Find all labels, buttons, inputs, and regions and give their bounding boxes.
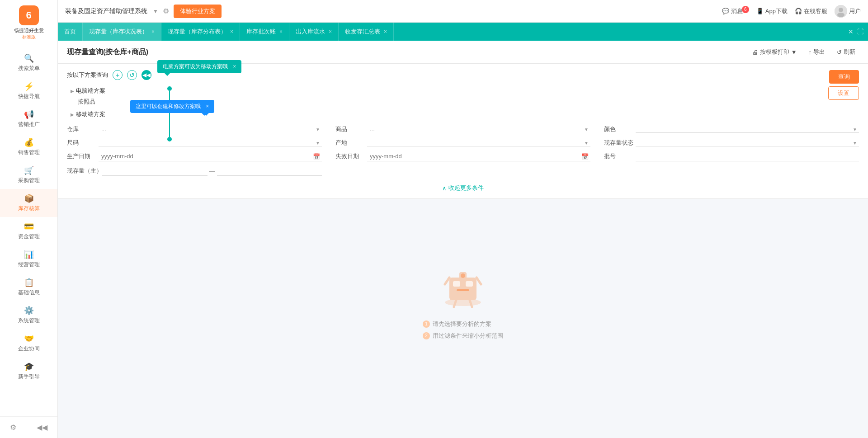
settings-bottom-btn[interactable]: ⚙ xyxy=(6,421,20,433)
topbar-left: 装备及固定资产辅助管理系统 ▼ ⚙ 体验行业方案 xyxy=(65,5,222,18)
message-label: 消息 xyxy=(731,7,743,15)
back-btn[interactable]: ◀◀ xyxy=(142,70,151,80)
stock-status-select-wrapper: ▼ xyxy=(636,139,859,146)
batch-field: 批号 xyxy=(604,151,859,161)
topbar-right: 💬 消息 6 📱 App下载 🎧 在线客服 用户 xyxy=(722,5,861,18)
tab-close-all-icon[interactable]: ✕ xyxy=(848,28,854,35)
production-date-input[interactable] xyxy=(99,151,322,161)
refresh-scheme-btn[interactable]: ↺ xyxy=(127,70,137,80)
product-arrow-icon: ▼ xyxy=(584,127,589,132)
sidebar-item-operation[interactable]: 📊 经营管理 xyxy=(0,245,57,273)
warehouse-placeholder: ... xyxy=(99,124,109,134)
sidebar-item-search[interactable]: 🔍 搜索菜单 xyxy=(0,49,57,77)
tab-stock-dist-close[interactable]: × xyxy=(230,28,233,35)
stock-qty-to-input[interactable] xyxy=(217,166,322,176)
app-download-item[interactable]: 📱 App下载 xyxy=(756,7,788,15)
sidebar-bottom: ⚙ ◀◀ xyxy=(0,416,57,438)
print-template-btn[interactable]: 🖨 按模板打印 ▼ xyxy=(749,46,801,58)
product-select-wrapper: ... ▼ xyxy=(367,124,590,134)
expiry-date-input[interactable] xyxy=(367,151,590,161)
online-service-item[interactable]: 🎧 在线客服 xyxy=(795,7,827,15)
tab-home-label: 首页 xyxy=(64,28,76,36)
tab-stock-dist[interactable]: 现存量（库存分布表） × xyxy=(161,23,240,41)
tab-stock-batch-close[interactable]: × xyxy=(279,28,283,35)
stock-qty-from-input[interactable] xyxy=(102,166,208,176)
scheme-tooltip-close[interactable]: × xyxy=(206,103,209,109)
filter-row-2: 尺码 ▼ 产地 ▼ 现存量状态 xyxy=(67,139,859,147)
tree-root-item[interactable]: ▶ 电脑端方案 xyxy=(71,85,859,96)
tip-num-1: 1 xyxy=(423,320,430,328)
batch-label: 批号 xyxy=(604,152,636,160)
empty-tips: 1 请先选择要分析的方案 2 用过滤条件来缩小分析范围 xyxy=(423,318,503,342)
svg-line-10 xyxy=(445,278,449,284)
empty-state: 1 请先选择要分析的方案 2 用过滤条件来缩小分析范围 xyxy=(58,199,868,438)
expiry-date-label: 失效日期 xyxy=(335,152,367,160)
nav-label-operation: 经营管理 xyxy=(18,261,40,268)
tab-receive-summary-label: 收发存汇总表 xyxy=(345,28,380,36)
system-dropdown-icon[interactable]: ▼ xyxy=(153,8,158,14)
print-icon: 🖨 xyxy=(752,49,758,56)
batch-input[interactable] xyxy=(636,151,859,161)
tree-sub-label-1: 按照品 xyxy=(78,98,95,106)
stock-status-field: 现存量状态 ▼ xyxy=(604,139,859,147)
add-scheme-btn[interactable]: + xyxy=(113,70,123,80)
print-template-label: 按模板打印 xyxy=(760,48,789,56)
expiry-date-input-wrapper[interactable]: 📅 xyxy=(367,151,590,161)
sidebar-item-enterprise[interactable]: 🤝 企业协同 xyxy=(0,329,57,357)
content-area: 现存量查询(按仓库+商品) 🖨 按模板打印 ▼ ↑ 导出 ↺ 刷新 xyxy=(58,41,868,438)
warehouse-label: 仓库 xyxy=(67,125,99,133)
sidebar-item-system[interactable]: ⚙️ 系统管理 xyxy=(0,301,57,329)
trial-button[interactable]: 体验行业方案 xyxy=(174,5,222,18)
add-scheme-tooltip: 电脑方案可设为移动方案哦 × xyxy=(157,60,241,73)
tab-stock-flow[interactable]: 出入库流水 × xyxy=(289,23,339,41)
nav-label-quick: 快捷导航 xyxy=(18,93,40,100)
online-service-label: 在线客服 xyxy=(804,7,827,15)
reset-button[interactable]: 设置 xyxy=(828,86,859,100)
expiry-date-cal-icon[interactable]: 📅 xyxy=(581,153,589,160)
product-label: 商品 xyxy=(335,125,367,133)
product-placeholder: ... xyxy=(367,124,377,134)
export-btn[interactable]: ↑ 导出 xyxy=(805,46,829,58)
search-btn-group: 查询 设置 xyxy=(828,70,859,100)
tree-arrow-icon: ▶ xyxy=(71,89,74,94)
tip-num-2: 2 xyxy=(423,332,430,339)
sidebar-item-sales[interactable]: 💰 销售管理 xyxy=(0,133,57,161)
sidebar-item-guide[interactable]: 🎓 新手引导 xyxy=(0,357,57,385)
production-date-input-wrapper[interactable]: 📅 xyxy=(99,151,322,161)
tree-mobile-label: 移动端方案 xyxy=(76,110,105,118)
color-select-wrapper: ▼ xyxy=(636,126,859,133)
user-item[interactable]: 用户 xyxy=(835,5,861,18)
tab-stock-status[interactable]: 现存量（库存状况表） × xyxy=(83,23,161,41)
svg-rect-5 xyxy=(453,281,460,287)
sidebar-item-stock[interactable]: 📦 库存核算 xyxy=(0,189,57,217)
tab-home[interactable]: 首页 xyxy=(58,23,83,41)
tab-receive-summary-close[interactable]: × xyxy=(384,28,387,35)
page-actions: 🖨 按模板打印 ▼ ↑ 导出 ↺ 刷新 xyxy=(749,46,859,58)
collapse-sidebar-btn[interactable]: ◀◀ xyxy=(33,421,51,433)
sidebar-item-quick[interactable]: ⚡ 快捷导航 xyxy=(0,77,57,105)
filter-row-3: 生产日期 📅 失效日期 📅 批号 xyxy=(67,151,859,161)
search-button[interactable]: 查询 xyxy=(829,70,859,84)
tree-root-label: 电脑端方案 xyxy=(76,87,105,95)
tab-stock-flow-label: 出入库流水 xyxy=(296,28,325,36)
add-tooltip-close[interactable]: × xyxy=(233,63,236,70)
headset-icon: 🎧 xyxy=(795,8,802,14)
tab-stock-status-close[interactable]: × xyxy=(151,28,155,35)
refresh-icon: ↺ xyxy=(837,49,842,56)
topbar-settings-icon[interactable]: ⚙ xyxy=(163,7,169,15)
production-date-cal-icon[interactable]: 📅 xyxy=(313,153,320,160)
sidebar-item-marketing[interactable]: 📢 营销推广 xyxy=(0,105,57,133)
tab-expand-icon[interactable]: ⛶ xyxy=(857,28,863,35)
sidebar-item-base[interactable]: 📋 基础信息 xyxy=(0,273,57,301)
dot-bot xyxy=(167,137,172,141)
nav-label-marketing: 营销推广 xyxy=(18,121,40,128)
sidebar-item-purchase[interactable]: 🛒 采购管理 xyxy=(0,161,57,189)
tab-receive-summary[interactable]: 收发存汇总表 × xyxy=(339,23,394,41)
tab-stock-batch[interactable]: 库存批次账 × xyxy=(240,23,289,41)
collapse-bar[interactable]: ∧ 收起更多条件 xyxy=(67,180,859,192)
refresh-btn[interactable]: ↺ 刷新 xyxy=(833,46,859,58)
message-item[interactable]: 💬 消息 6 xyxy=(722,7,749,15)
sidebar-item-finance[interactable]: 💳 资金管理 xyxy=(0,217,57,245)
search-icon: 🔍 xyxy=(24,53,34,63)
tab-stock-flow-close[interactable]: × xyxy=(329,28,332,35)
